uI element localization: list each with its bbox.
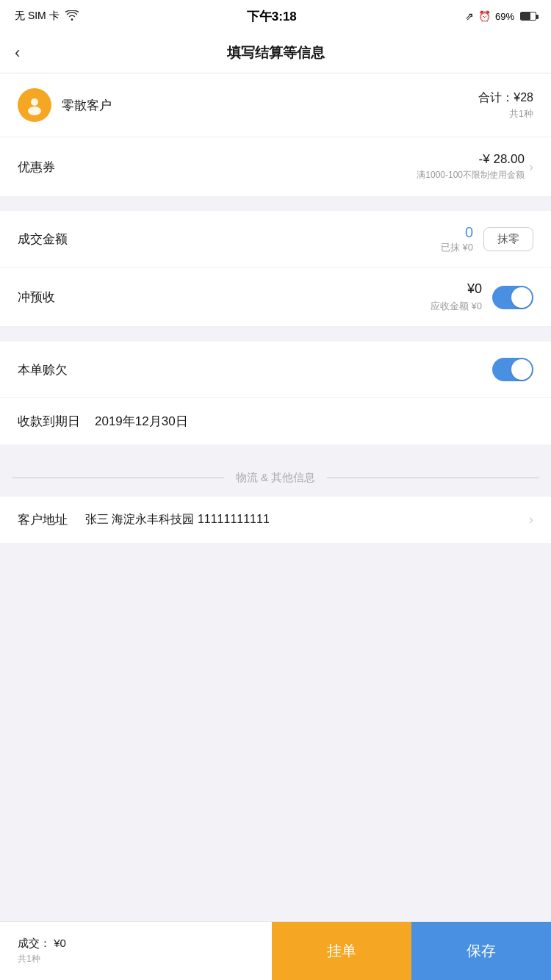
deal-amount-label: 成交金额 bbox=[18, 231, 84, 248]
wifi-icon bbox=[65, 10, 79, 23]
page-title: 填写结算等信息 bbox=[227, 43, 325, 62]
coupon-amount: -¥ 28.00 bbox=[417, 152, 525, 167]
divider-2 bbox=[0, 334, 551, 342]
debt-section: 本单赊欠 收款到期日 2019年12月30日 bbox=[0, 342, 551, 444]
coupon-chevron-right-icon: › bbox=[529, 159, 533, 175]
divider-3 bbox=[0, 452, 551, 459]
logistics-line-left bbox=[12, 478, 224, 478]
advance-sub-val: 应收金额 ¥0 bbox=[431, 300, 482, 313]
pending-button[interactable]: 挂单 bbox=[272, 922, 411, 981]
address-row[interactable]: 客户地址 张三 海淀永丰科技园 11111111111 › bbox=[0, 497, 551, 543]
debt-row: 本单赊欠 bbox=[0, 342, 551, 397]
total-amount: 合计：¥28 bbox=[478, 90, 533, 106]
status-left: 无 SIM 卡 bbox=[15, 10, 79, 23]
logistics-header: 物流 & 其他信息 bbox=[0, 459, 551, 497]
address-chevron-right-icon: › bbox=[529, 512, 533, 527]
deal-amount-section: 成交金额 0 已抹 ¥0 抹零 冲预收 ¥0 应收金额 ¥0 bbox=[0, 211, 551, 327]
deal-amount-value: 0 bbox=[441, 224, 473, 241]
status-right: ⇗ ⏰ 69% bbox=[465, 10, 536, 22]
round-down-button[interactable]: 抹零 bbox=[483, 227, 533, 251]
due-date-value: 2019年12月30日 bbox=[95, 413, 188, 430]
customer-total: 合计：¥28 共1种 bbox=[478, 90, 533, 120]
back-button[interactable]: ‹ bbox=[15, 43, 20, 62]
svg-point-1 bbox=[28, 107, 41, 115]
customer-name: 零散客户 bbox=[62, 97, 112, 114]
coupon-info: -¥ 28.00 满1000-100不限制使用金额 bbox=[417, 152, 525, 181]
location-icon: ⇗ bbox=[465, 10, 474, 22]
status-bar: 无 SIM 卡 下午3:18 ⇗ ⏰ 69% bbox=[0, 0, 551, 32]
empty-space bbox=[0, 550, 551, 697]
address-section: 客户地址 张三 海淀永丰科技园 11111111111 › bbox=[0, 497, 551, 543]
coupon-label: 优惠券 bbox=[18, 159, 55, 176]
divider-1 bbox=[0, 203, 551, 211]
due-date-label: 收款到期日 bbox=[18, 413, 80, 430]
customer-section: 零散客户 合计：¥28 共1种 优惠券 -¥ 28.00 满1000-100不限… bbox=[0, 73, 551, 196]
debt-label: 本单赊欠 bbox=[18, 361, 68, 378]
bottom-deal-value: ¥0 bbox=[54, 937, 66, 949]
address-value: 张三 海淀永丰科技园 11111111111 bbox=[85, 512, 520, 527]
alarm-icon: ⏰ bbox=[478, 10, 491, 22]
bottom-deal-row: 成交： ¥0 bbox=[18, 937, 254, 951]
customer-left: 零散客户 bbox=[18, 88, 112, 122]
status-time: 下午3:18 bbox=[247, 8, 297, 25]
customer-row: 零散客户 合计：¥28 共1种 bbox=[0, 73, 551, 137]
advance-row: 冲预收 ¥0 应收金额 ¥0 bbox=[0, 268, 551, 327]
svg-point-0 bbox=[31, 98, 38, 106]
logistics-line-right bbox=[327, 478, 539, 478]
customer-avatar bbox=[18, 88, 51, 122]
coupon-description: 满1000-100不限制使用金额 bbox=[417, 169, 525, 181]
deal-amount-right: 0 已抹 ¥0 抹零 bbox=[441, 224, 533, 254]
address-label: 客户地址 bbox=[18, 511, 76, 528]
battery-text: 69% bbox=[495, 11, 514, 22]
advance-values: ¥0 应收金额 ¥0 bbox=[431, 281, 482, 313]
advance-main-val: ¥0 bbox=[431, 281, 482, 297]
battery-icon bbox=[520, 12, 536, 21]
bottom-deal-label: 成交： bbox=[18, 937, 51, 949]
bottom-summary: 成交： ¥0 共1种 bbox=[0, 937, 272, 965]
nav-bar: ‹ 填写结算等信息 bbox=[0, 32, 551, 73]
debt-toggle[interactable] bbox=[492, 358, 533, 381]
advance-label: 冲预收 bbox=[18, 289, 84, 306]
logistics-label: 物流 & 其他信息 bbox=[224, 471, 327, 485]
deal-amount-sub: 已抹 ¥0 bbox=[441, 241, 473, 254]
advance-toggle[interactable] bbox=[492, 286, 533, 309]
coupon-row[interactable]: 优惠券 -¥ 28.00 满1000-100不限制使用金额 › bbox=[0, 137, 551, 196]
advance-right: ¥0 应收金额 ¥0 bbox=[431, 281, 533, 313]
due-date-row: 收款到期日 2019年12月30日 bbox=[0, 397, 551, 444]
bottom-bar: 成交： ¥0 共1种 挂单 保存 bbox=[0, 921, 551, 980]
no-sim-text: 无 SIM 卡 bbox=[15, 10, 60, 23]
coupon-right: -¥ 28.00 满1000-100不限制使用金额 › bbox=[417, 152, 533, 181]
deal-amount-row: 成交金额 0 已抹 ¥0 抹零 bbox=[0, 211, 551, 268]
total-count: 共1种 bbox=[478, 107, 533, 120]
bottom-count: 共1种 bbox=[18, 953, 254, 965]
save-button[interactable]: 保存 bbox=[411, 922, 551, 981]
